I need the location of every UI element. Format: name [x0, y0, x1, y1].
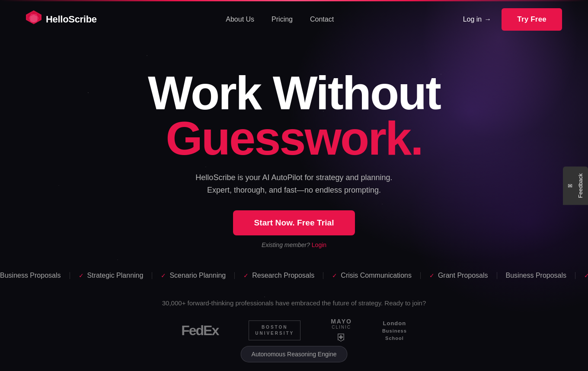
tag-business-proposals-2: Business Proposals — [506, 272, 567, 279]
tags-inner: Business Proposals ✓ Strategic Planning … — [0, 272, 588, 279]
tag-divider — [234, 272, 235, 279]
tags-row: Business Proposals ✓ Strategic Planning … — [0, 267, 588, 284]
fedex-logo: FedEx — [181, 323, 218, 339]
tag-divider — [497, 272, 497, 279]
bottom-badge: Autonomous Reasoning Engine — [241, 346, 348, 362]
feedback-label: Feedback — [577, 173, 584, 198]
existing-member-text: Existing member? Login — [0, 241, 588, 248]
boston-university-logo: BOSTON UNIVERSITY — [249, 320, 300, 340]
nav-links: About Us Pricing Contact — [226, 16, 334, 23]
try-free-button[interactable]: Try Free — [502, 8, 562, 31]
hero-title-line2: Guesswork. — [0, 114, 588, 162]
cta-button[interactable]: Start Now. Free Trial — [233, 210, 355, 235]
badge-pill-label: Autonomous Reasoning Engine — [241, 346, 348, 362]
logo-icon — [26, 10, 42, 29]
logos-row: FedEx BOSTON UNIVERSITY MAYO CLINIC ⛨ Lo… — [0, 318, 588, 343]
nav-link-pricing[interactable]: Pricing — [272, 16, 293, 23]
nav-link-about[interactable]: About Us — [226, 16, 254, 23]
feedback-icon: ✉ — [567, 182, 574, 189]
social-proof: 30,000+ forward-thinking professionals h… — [0, 299, 588, 343]
tag-crisis-communications: ✓ Crisis Communications — [332, 272, 412, 279]
tag-grant-proposals: ✓ Grant Proposals — [429, 272, 488, 279]
nav-link-contact[interactable]: Contact — [310, 16, 334, 23]
logo[interactable]: HelloScribe — [26, 10, 97, 29]
tag-divider — [323, 272, 323, 279]
tag-strategic-planning-2: ✓ Strategic Planning — [584, 272, 588, 279]
london-business-school-logo: London Business School — [382, 319, 407, 342]
tag-research-proposals: ✓ Research Proposals — [243, 272, 314, 279]
existing-member-login-link[interactable]: Login — [312, 241, 326, 248]
logo-text: HelloScribe — [46, 14, 97, 25]
tag-business-proposals: Business Proposals — [0, 272, 61, 279]
tag-divider — [420, 272, 421, 279]
hero-title-line1: Work Without — [0, 69, 588, 117]
tag-divider — [575, 272, 575, 279]
tag-divider — [70, 272, 70, 279]
navbar: HelloScribe About Us Pricing Contact Log… — [0, 0, 588, 39]
tag-divider — [152, 272, 152, 279]
tag-scenario-planning: ✓ Scenario Planning — [161, 272, 226, 279]
mayo-clinic-logo: MAYO CLINIC ⛨ — [331, 318, 352, 343]
hero-section: Work Without Guesswork. HelloScribe is y… — [0, 39, 588, 248]
feedback-tab[interactable]: ✉ Feedback — [563, 166, 588, 205]
hero-subtitle: HelloScribe is your AI AutoPilot for str… — [0, 171, 588, 197]
tag-strategic-planning: ✓ Strategic Planning — [79, 272, 144, 279]
nav-right: Log in → Try Free — [463, 8, 562, 31]
social-proof-text: 30,000+ forward-thinking professionals h… — [0, 299, 588, 307]
login-button[interactable]: Log in → — [463, 16, 492, 23]
